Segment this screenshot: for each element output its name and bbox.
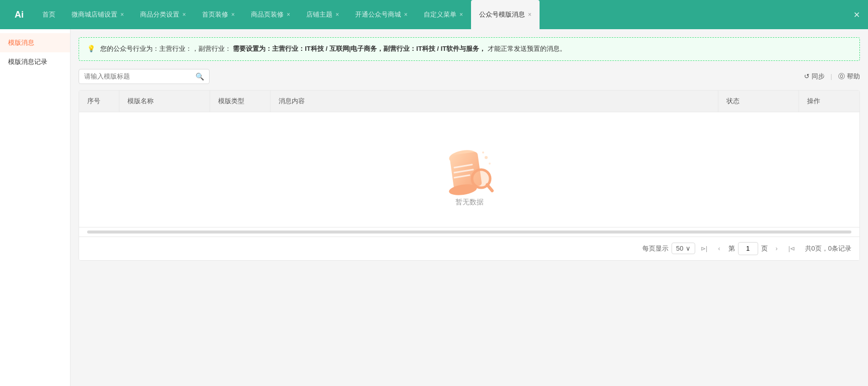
tab-close-category-setting[interactable]: × [182, 12, 186, 18]
svg-point-10 [482, 151, 484, 153]
svg-point-9 [489, 163, 491, 165]
tab-product-decor[interactable]: 商品页装修× [243, 0, 298, 29]
empty-state: 暂无数据 [79, 112, 859, 227]
page-number-input[interactable] [738, 242, 758, 255]
table-header: 序号模版名称模版类型消息内容状态操作 [79, 91, 859, 112]
pagination-controls: 每页显示 50 ∨ ⊳| ‹ 第 页 › |⊲ 共0页，0条记录 [642, 242, 851, 255]
table-col-status: 状态 [718, 91, 799, 112]
first-page-button[interactable]: ⊳| [698, 243, 710, 255]
tab-open-mall[interactable]: 开通公众号商城× [347, 0, 416, 29]
search-actions: ↺ 同步 | ⓪ 帮助 [804, 72, 860, 81]
sync-label: 同步 [812, 72, 825, 81]
tab-home-decor[interactable]: 首页装修× [194, 0, 243, 29]
table-col-seq: 序号 [79, 91, 119, 112]
content-area: 💡 您的公众号行业为：主营行业：，副营行业： 需要设置为：主营行业：IT科技 /… [71, 29, 868, 386]
last-page-button[interactable]: |⊲ [786, 243, 798, 255]
notice-prefix: 您的公众号行业为：主营行业：，副营行业： [100, 45, 231, 52]
notice-suffix: 才能正常发送预置的消息。 [488, 45, 566, 52]
search-icon[interactable]: 🔍 [195, 72, 204, 81]
table-col-type: 模版类型 [210, 91, 271, 112]
tab-close-template-msg[interactable]: × [528, 12, 531, 18]
tab-label-shop-theme: 店铺主题 [306, 10, 332, 19]
tab-label-home: 首页 [42, 10, 55, 19]
tab-shop-theme[interactable]: 店铺主题× [298, 0, 347, 29]
main-layout: 模版消息模版消息记录 💡 您的公众号行业为：主营行业：，副营行业： 需要设置为：… [0, 29, 868, 386]
per-page-value: 50 [676, 245, 683, 252]
tab-home[interactable]: 首页 [34, 0, 63, 29]
sidebar: 模版消息模版消息记录 [0, 29, 71, 386]
per-page-select[interactable]: 50 ∨ [672, 243, 695, 254]
page-di-label: 第 [728, 244, 735, 253]
tab-template-msg[interactable]: 公众号模版消息× [471, 0, 540, 29]
tab-close-custom-menu[interactable]: × [459, 12, 463, 18]
per-page-chevron: ∨ [686, 245, 691, 252]
pagination-wrap: 每页显示 50 ∨ ⊳| ‹ 第 页 › |⊲ 共0页，0条记录 [79, 237, 859, 260]
tab-label-open-mall: 开通公众号商城 [355, 10, 401, 19]
tab-label-category-setting: 商品分类设置 [140, 10, 179, 19]
empty-illustration [442, 142, 497, 198]
tab-label-custom-menu: 自定义菜单 [424, 10, 456, 19]
scrollbar-wrap [79, 227, 859, 237]
logo: Ai [4, 0, 34, 29]
table-col-name: 模版名称 [119, 91, 210, 112]
search-input[interactable] [84, 72, 195, 80]
tab-close-open-mall[interactable]: × [404, 12, 408, 18]
search-input-wrap: 🔍 [79, 69, 210, 84]
notice-icon: 💡 [87, 45, 95, 52]
sync-button[interactable]: ↺ 同步 [804, 72, 825, 81]
tab-bar: Ai 首页微商城店铺设置×商品分类设置×首页装修×商品页装修×店铺主题×开通公众… [0, 0, 868, 29]
tab-label-product-decor: 商品页装修 [251, 10, 284, 19]
tab-category-setting[interactable]: 商品分类设置× [132, 0, 194, 29]
tab-label-shop-setting: 微商城店铺设置 [72, 10, 117, 19]
tab-bar-close-button[interactable]: ✕ [849, 10, 864, 20]
svg-point-8 [485, 156, 488, 159]
notice-highlight: 需要设置为：主营行业：IT科技 / 互联网|电子商务，副营行业：IT科技 / I… [233, 45, 486, 52]
next-page-button[interactable]: › [771, 243, 783, 255]
page-label: 页 [761, 244, 768, 253]
scrollbar-track[interactable] [87, 230, 851, 234]
sidebar-item-template-record[interactable]: 模版消息记录 [0, 52, 70, 71]
table-wrap: 序号模版名称模版类型消息内容状态操作 [79, 90, 860, 261]
help-label: 帮助 [847, 72, 860, 81]
total-text: 共0页，0条记录 [805, 244, 851, 253]
divider: | [831, 72, 832, 80]
tab-custom-menu[interactable]: 自定义菜单× [416, 0, 471, 29]
prev-page-button[interactable]: ‹ [713, 243, 725, 255]
tab-close-product-decor[interactable]: × [287, 12, 290, 18]
search-bar: 🔍 ↺ 同步 | ⓪ 帮助 [79, 69, 860, 84]
svg-line-7 [487, 185, 492, 191]
tab-close-home-decor[interactable]: × [231, 12, 235, 18]
per-page-label: 每页显示 [642, 244, 669, 253]
tab-label-template-msg: 公众号模版消息 [479, 10, 525, 19]
empty-illustration-svg [442, 142, 497, 198]
table-col-action: 操作 [799, 91, 859, 112]
tab-close-shop-setting[interactable]: × [120, 12, 124, 18]
table-col-content: 消息内容 [271, 91, 718, 112]
tab-close-shop-theme[interactable]: × [336, 12, 339, 18]
help-button[interactable]: ⓪ 帮助 [838, 72, 860, 81]
tab-label-home-decor: 首页装修 [202, 10, 228, 19]
notice-banner: 💡 您的公众号行业为：主营行业：，副营行业： 需要设置为：主营行业：IT科技 /… [79, 37, 860, 61]
sync-icon: ↺ [804, 72, 810, 80]
empty-text: 暂无数据 [455, 198, 484, 207]
help-icon: ⓪ [838, 72, 845, 81]
tab-shop-setting[interactable]: 微商城店铺设置× [63, 0, 132, 29]
sidebar-item-template-message[interactable]: 模版消息 [0, 33, 70, 52]
